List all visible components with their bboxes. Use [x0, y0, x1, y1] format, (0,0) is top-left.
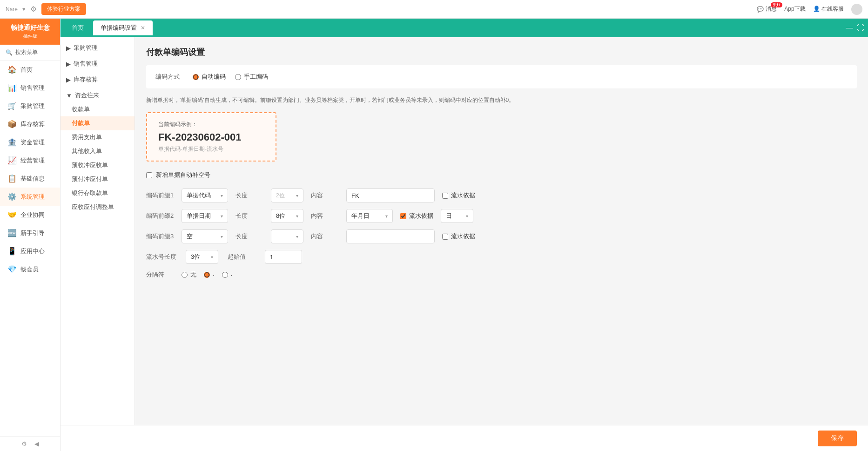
- sep-dot[interactable]: ·: [204, 271, 215, 278]
- chevron-down-icon: ▾: [221, 234, 223, 239]
- settings-bottom-icon[interactable]: ⚙: [21, 440, 27, 447]
- sub-menu-receivable-adjust[interactable]: 应收应付调整单: [61, 200, 135, 214]
- sub-menu-pre-payable[interactable]: 预付冲应付单: [61, 172, 135, 186]
- expand-icon: ▶: [66, 45, 71, 52]
- auto-fill-checkbox[interactable]: [146, 172, 152, 178]
- content-main: 畅捷通好生意 插件版 🔍 搜索菜单 🏠 首页 📊 销售管理 🛒 采购管理 📦 库…: [0, 19, 868, 451]
- prefix1-length-select[interactable]: 2位 ▾: [271, 188, 303, 202]
- sub-menu-other-income[interactable]: 其他收入单: [61, 144, 135, 158]
- app-download-link[interactable]: App下载: [784, 5, 805, 13]
- hint-text: 新增单据时，'单据编码'自动生成，不可编辑。前缀设置为部门、业务员等档案类，开单…: [146, 96, 857, 105]
- prefix1-length-label: 长度: [236, 191, 263, 200]
- tab-minimize-icon[interactable]: —: [846, 24, 853, 32]
- sidebar-item-operations[interactable]: 📈 经营管理: [0, 151, 60, 169]
- manual-encoding-option[interactable]: 手工编码: [235, 73, 268, 81]
- tab-home[interactable]: 首页: [64, 20, 91, 35]
- collapse-icon[interactable]: ◀: [34, 440, 39, 447]
- tab-close-icon[interactable]: ✕: [141, 25, 145, 31]
- save-button[interactable]: 保存: [818, 431, 857, 446]
- sub-menu-group-purchase: ▶ 采购管理: [61, 41, 135, 55]
- sidebar-item-cooperation[interactable]: 🤝 企业协同: [0, 206, 60, 224]
- sub-menu-inventory-title[interactable]: ▶ 库存核算: [61, 73, 135, 87]
- prefix3-serial-checkbox[interactable]: [442, 234, 448, 240]
- tab-serial-setting[interactable]: 单据编码设置 ✕: [93, 20, 153, 35]
- nav-arrows[interactable]: ▾: [22, 6, 26, 13]
- prefix3-select[interactable]: 空 ▾: [182, 229, 228, 243]
- sub-menu-capital-title[interactable]: ▼ 资金往来: [61, 88, 135, 102]
- sep-dash-radio[interactable]: [222, 272, 228, 278]
- system-icon: ⚙️: [7, 192, 17, 201]
- sidebar-search[interactable]: 🔍 搜索菜单: [0, 45, 60, 61]
- preview-code: FK-20230602-001: [158, 131, 264, 143]
- home-icon: 🏠: [7, 65, 17, 74]
- prefix3-length-select[interactable]: ▾: [271, 229, 303, 243]
- sidebar-item-finance[interactable]: 🏦 资金管理: [0, 133, 60, 151]
- sub-menu-payment[interactable]: 付款单: [61, 116, 135, 130]
- prefix2-select[interactable]: 单据日期 ▾: [182, 209, 228, 223]
- prefix3-serial-checkbox-label[interactable]: 流水依据: [442, 232, 475, 241]
- sep-dash[interactable]: ·: [222, 271, 233, 278]
- content-area: 首页 单据编码设置 ✕ — ⛶ ▶ 采购管理: [61, 19, 868, 451]
- encoding-method-group: 编码方式 自动编码 手工编码: [155, 73, 848, 81]
- prefix1-content-input[interactable]: [346, 188, 435, 202]
- sidebar-item-basic[interactable]: 📋 基础信息: [0, 169, 60, 188]
- auto-fill-label: 新增单据自动补空号: [156, 171, 210, 179]
- encoding-method-section: 编码方式 自动编码 手工编码: [146, 65, 857, 88]
- prefix2-serial-checkbox[interactable]: [400, 213, 406, 219]
- sub-menu-receipt[interactable]: 收款单: [61, 102, 135, 116]
- sub-menu-purchase-title[interactable]: ▶ 采购管理: [61, 41, 135, 55]
- manual-encoding-radio[interactable]: [235, 74, 241, 80]
- sidebar-bottom: ⚙ ◀: [0, 436, 60, 451]
- serial-length-select[interactable]: 3位 ▾: [186, 250, 218, 264]
- prefix3-content-input[interactable]: [346, 229, 435, 243]
- prefix2-length-select[interactable]: 8位 ▾: [271, 209, 303, 223]
- sidebar-item-member[interactable]: 💎 畅会员: [0, 260, 60, 278]
- start-value-input[interactable]: [265, 250, 302, 264]
- prefix1-serial-checkbox-label[interactable]: 流水依据: [442, 191, 475, 200]
- separator-row: 分隔符 无 · ·: [146, 270, 857, 279]
- sep-none[interactable]: 无: [182, 270, 196, 279]
- sales-icon: 📊: [7, 83, 17, 92]
- prefix2-length-label: 长度: [236, 212, 263, 220]
- user-avatar[interactable]: [851, 4, 862, 15]
- gear-icon[interactable]: ⚙: [30, 5, 37, 13]
- prefix1-serial-checkbox[interactable]: [442, 193, 448, 199]
- sep-dot-radio[interactable]: [204, 272, 210, 278]
- prefix2-unit-select[interactable]: 日 ▾: [441, 209, 473, 223]
- sub-menu-pre-receivable[interactable]: 预收冲应收单: [61, 158, 135, 172]
- sidebar-item-home[interactable]: 🏠 首页: [0, 61, 60, 79]
- sidebar-item-sales[interactable]: 📊 销售管理: [0, 79, 60, 97]
- auto-encoding-radio[interactable]: [193, 74, 199, 80]
- prefix2-content-select[interactable]: 年月日 ▾: [346, 209, 393, 223]
- online-service-link[interactable]: 👤 在线客服: [813, 5, 844, 13]
- prefix2-serial-checkbox-label[interactable]: 流水依据: [400, 212, 433, 220]
- tab-bar-icons: — ⛶: [846, 24, 864, 32]
- sep-none-radio[interactable]: [182, 272, 188, 278]
- prefix1-content-label: 内容: [311, 191, 339, 200]
- sub-menu-sales-title[interactable]: ▶ 销售管理: [61, 57, 135, 71]
- prefix2-label: 编码前缀2: [146, 212, 174, 220]
- sidebar-item-system[interactable]: ⚙️ 系统管理: [0, 188, 60, 206]
- chevron-down-icon: ▾: [385, 214, 388, 219]
- prefix1-select[interactable]: 单据代码 ▾: [182, 188, 228, 202]
- prefix2-content-label: 内容: [311, 212, 339, 220]
- tab-serial-setting-label: 单据编码设置: [101, 24, 137, 32]
- auto-fill-row: 新增单据自动补空号: [146, 171, 857, 179]
- sub-menu-bank-deposit[interactable]: 银行存取款单: [61, 186, 135, 200]
- sidebar-label-operations: 经营管理: [20, 156, 45, 165]
- inventory-icon: 📦: [7, 120, 17, 128]
- prefix1-row: 编码前缀1 单据代码 ▾ 长度 2位 ▾ 内容 流水依据: [146, 188, 857, 202]
- sidebar-item-guide[interactable]: 🆕 新手引导: [0, 224, 60, 242]
- chevron-down-icon: ▾: [296, 214, 298, 219]
- sidebar-item-apps[interactable]: 📱 应用中心: [0, 242, 60, 260]
- sidebar: 畅捷通好生意 插件版 🔍 搜索菜单 🏠 首页 📊 销售管理 🛒 采购管理 📦 库…: [0, 19, 61, 451]
- experience-button[interactable]: 体验行业方案: [41, 3, 86, 15]
- sidebar-item-purchase[interactable]: 🛒 采购管理: [0, 97, 60, 115]
- auto-encoding-option[interactable]: 自动编码: [193, 73, 226, 81]
- sidebar-label-system: 系统管理: [20, 193, 45, 201]
- messages-button[interactable]: 💬 消息 99+: [757, 5, 777, 13]
- tab-maximize-icon[interactable]: ⛶: [857, 24, 864, 32]
- sub-menu-expense[interactable]: 费用支出单: [61, 130, 135, 144]
- sidebar-item-inventory[interactable]: 📦 库存核算: [0, 115, 60, 133]
- serial-length-row: 流水号长度 3位 ▾ 起始值: [146, 250, 857, 264]
